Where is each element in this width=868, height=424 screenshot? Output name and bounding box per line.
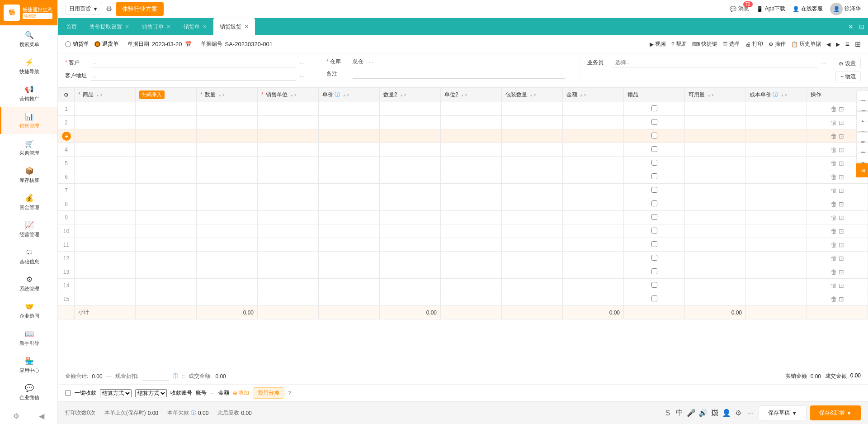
gift-checkbox[interactable] <box>651 119 657 125</box>
gift-checkbox[interactable] <box>651 282 657 288</box>
delete-row-btn[interactable]: 🗑 <box>830 228 837 235</box>
tab-return[interactable]: 销货退货 ✕ <box>213 18 255 35</box>
quantity-sort[interactable]: ▲▼ <box>218 94 225 97</box>
sougou-icon[interactable]: S <box>663 408 673 418</box>
view-grid-btn[interactable]: ⊞ <box>855 40 861 48</box>
unit2-sort[interactable]: ▲▼ <box>461 94 468 97</box>
gift-checkbox[interactable] <box>651 228 657 233</box>
history-orders-btn[interactable]: 📋 历史单据 <box>791 40 821 48</box>
salesperson-picker-btn[interactable]: ··· <box>822 60 826 66</box>
delete-row-btn[interactable]: 🗑 <box>830 119 837 126</box>
online-service-btn[interactable]: 👤 在线客服 <box>793 5 823 13</box>
doc-settings-btn[interactable]: ⚙ 设置 <box>834 58 861 69</box>
copy-row-btn[interactable]: ⊡ <box>839 133 844 140</box>
app-logo[interactable]: 畅 畅捷通好生意 标准版 <box>0 0 57 25</box>
operations-btn[interactable]: ⚙ 操作 <box>769 40 786 48</box>
tab-close-return[interactable]: ✕ <box>244 24 249 30</box>
copy-row-btn[interactable]: ⊡ <box>839 282 844 289</box>
account-select[interactable]: 结算方式 <box>135 389 167 397</box>
product-input[interactable] <box>78 133 132 139</box>
sidebar-item-cooperation[interactable]: 🤝 企业协同 <box>0 297 57 324</box>
delete-row-btn[interactable]: 🗑 <box>830 105 837 113</box>
tab-close-delivery[interactable]: ✕ <box>203 24 207 30</box>
quick-active-btn[interactable]: ⊞ <box>856 163 868 177</box>
sidebar-item-sales[interactable]: 📊 销售管理 <box>0 107 57 134</box>
account-picker-btn[interactable]: ··· <box>210 390 215 396</box>
mic-icon[interactable]: 🎤 <box>686 408 696 418</box>
more-icon[interactable]: ··· <box>745 408 755 418</box>
cash-discount-input[interactable] <box>142 372 169 381</box>
sales-unit-sort[interactable]: ▲▼ <box>290 94 297 97</box>
sidebar-collapse-btn[interactable]: ◀ <box>39 412 44 420</box>
prev-btn[interactable]: ◀ <box>826 41 830 48</box>
save-draft-btn[interactable]: 保存草稿 ▼ <box>759 405 807 420</box>
sidebar-item-purchase[interactable]: 🛒 采购管理 <box>0 134 57 161</box>
delete-row-btn[interactable]: 🗑 <box>830 255 837 262</box>
copy-row-btn[interactable]: ⊡ <box>839 187 844 194</box>
copy-row-btn[interactable]: ⊡ <box>839 214 844 221</box>
delete-row-btn[interactable]: 🗑 <box>830 146 837 153</box>
amount-sort[interactable]: ▲▼ <box>580 94 587 97</box>
copy-row-btn[interactable]: ⊡ <box>839 295 844 303</box>
pack-sort[interactable]: ▲▼ <box>529 94 537 97</box>
quick-approval-btn[interactable]: 审批 <box>856 122 868 132</box>
sidebar-item-wechat[interactable]: 💬 企业微信 <box>0 378 57 405</box>
copy-row-btn[interactable]: ⊡ <box>839 241 844 248</box>
copy-row-btn[interactable]: ⊡ <box>839 119 844 126</box>
radio-return[interactable]: 退货单 <box>94 40 118 48</box>
expense-help-icon[interactable]: ? <box>288 390 291 396</box>
copy-row-btn[interactable]: ⊡ <box>839 146 844 153</box>
header-settings-btn[interactable]: ⚙ <box>106 5 112 13</box>
tab-close-price-setting[interactable]: ✕ <box>125 24 129 30</box>
chevron-down-icon2[interactable]: ▼ <box>792 410 797 416</box>
save-new-btn[interactable]: 保存&新增 ▼ <box>810 405 861 420</box>
gift-checkbox[interactable] <box>651 133 657 138</box>
tab-sales-order[interactable]: 销售订单 ✕ <box>136 18 177 35</box>
gift-checkbox[interactable] <box>651 268 657 274</box>
radio-sales[interactable]: 销货单 <box>65 40 89 48</box>
gift-checkbox[interactable] <box>651 187 657 193</box>
delete-row-btn[interactable]: 🗑 <box>830 241 837 248</box>
unit-price-sort[interactable]: ▲▼ <box>343 94 350 97</box>
sidebar-item-inventory[interactable]: 📦 库存核算 <box>0 161 57 188</box>
delete-row-btn[interactable]: 🗑 <box>830 268 837 276</box>
gift-checkbox[interactable] <box>651 200 657 206</box>
settlement-method-select[interactable]: 结算方式 <box>100 389 132 397</box>
gift-checkbox[interactable] <box>651 173 657 179</box>
tab-price-setting[interactable]: 售价提取设置 ✕ <box>83 18 136 35</box>
messages-btn[interactable]: 💬 消息 70 <box>730 5 749 13</box>
sidebar-item-appstore[interactable]: 🏪 应用中心 <box>0 351 57 378</box>
remark-input[interactable] <box>353 69 566 79</box>
column-settings-icon[interactable]: ⚙ <box>64 92 69 98</box>
chevron-down-icon3[interactable]: ▼ <box>846 410 852 416</box>
available-sort[interactable]: ▲▼ <box>707 94 714 97</box>
gift-checkbox[interactable] <box>651 105 657 111</box>
app-download-btn[interactable]: 📱 App下载 <box>756 5 785 13</box>
customer-address-input[interactable] <box>91 71 296 81</box>
copy-row-btn[interactable]: ⊡ <box>839 255 844 262</box>
salesperson-input[interactable] <box>613 58 818 67</box>
img-icon[interactable]: 🖼 <box>710 408 720 418</box>
sidebar-item-finance[interactable]: 💰 资金管理 <box>0 188 57 215</box>
product-sort[interactable]: ▲▼ <box>96 94 103 97</box>
user-menu[interactable]: 👤 徐泽华 <box>830 3 861 15</box>
delete-row-btn[interactable]: 🗑 <box>830 214 837 221</box>
add-payment-btn[interactable]: ⊕ 添加 <box>233 389 249 397</box>
next-btn[interactable]: ▶ <box>836 41 840 48</box>
voice-icon[interactable]: 🔊 <box>698 408 708 418</box>
quick-image-btn[interactable]: 图片 <box>856 132 868 142</box>
cost-price-sort[interactable]: ▲▼ <box>781 94 788 97</box>
sidebar-item-promotion[interactable]: 📢 营销推广 <box>0 80 57 107</box>
quick-msg-btn[interactable]: 消息 <box>856 91 868 100</box>
nav-select[interactable]: 日用百货 ▼ <box>65 3 102 15</box>
zhong-icon[interactable]: 中 <box>675 408 684 418</box>
sidebar-item-member[interactable]: 👑 畅会员 <box>0 405 57 408</box>
debt-info-icon[interactable]: ⓘ <box>191 409 196 417</box>
expense-split-btn[interactable]: 费用分摊 <box>253 387 284 399</box>
sidebar-item-operations[interactable]: 📈 经营管理 <box>0 215 57 243</box>
delete-row-btn[interactable]: 🗑 <box>830 133 837 140</box>
gift-checkbox[interactable] <box>651 160 657 166</box>
tab-close-all-btn[interactable]: ✕ <box>846 22 855 31</box>
quick-star-btn[interactable]: 收藏 <box>856 153 868 163</box>
sidebar-item-shortcut[interactable]: ⚡ 快捷导航 <box>0 52 57 80</box>
